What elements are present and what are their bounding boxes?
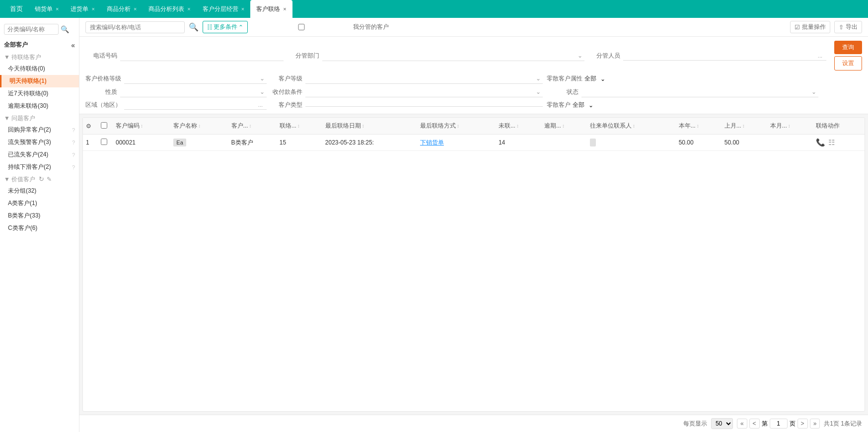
total-info: 共1页 1条记录 (824, 420, 862, 428)
payment-select[interactable]: ⌄ (305, 87, 543, 97)
col-action: 联络动作 (813, 118, 865, 135)
query-button[interactable]: 查询 (834, 41, 862, 54)
close-analysis-list-tab[interactable]: × (187, 6, 190, 12)
nav-customer-contact[interactable]: 客户联络 × (250, 0, 292, 18)
scatter-customer-field: 零散客户 全部 ⌄ (547, 101, 819, 109)
close-customer-contact-tab[interactable]: × (283, 6, 286, 12)
sidebar-item-class-a[interactable]: A类客户(1) (0, 197, 79, 210)
customer-level-select[interactable]: ⌄ (305, 73, 543, 84)
nav-analysis-list[interactable]: 商品分析列表 × (143, 0, 196, 18)
status-select[interactable]: ⌄ (581, 87, 819, 97)
sidebar-item-tomorrow[interactable]: 明天待联络(1) (0, 75, 79, 87)
last-contact-method-link[interactable]: 下销货单 (420, 139, 444, 146)
nav-sales[interactable]: 销货单 × (29, 0, 65, 18)
region-select[interactable]: ... (124, 100, 267, 110)
filter-panel: 电话号码 分管部门 ⌄ 分管人员 ... (79, 37, 868, 114)
page-size-select[interactable]: 50 (711, 418, 733, 429)
scatter-attr-field: 零散客户属性 全部 ⌄ (547, 74, 819, 83)
nav-customer-tier[interactable]: 客户分层经营 × (197, 0, 250, 18)
col-last-month[interactable]: 上月...↕ (722, 118, 767, 135)
sidebar-item-declining[interactable]: 持续下滑客户(2) ? (0, 161, 79, 173)
col-last-contact-date[interactable]: 最后联络日期↕ (322, 118, 417, 135)
sidebar-search-icon[interactable]: 🔍 (61, 25, 69, 33)
export-button[interactable]: ⇧ 导出 (834, 21, 862, 33)
help-icon-lost-risk: ? (72, 140, 75, 145)
problem-group-title: ▼ 问题客户 (0, 112, 79, 124)
col-code[interactable]: 客户编码↕ (113, 118, 170, 135)
action-phone-icon[interactable]: 📞 (816, 138, 825, 147)
col-this-year[interactable]: 本年...↕ (676, 118, 722, 135)
sidebar-item-class-c[interactable]: C类客户(6) (0, 222, 79, 234)
sidebar-item-week[interactable]: 近7天待联络(0) (0, 87, 79, 100)
edit-icon[interactable]: ✎ (47, 176, 52, 183)
col-name[interactable]: 客户名称↕ (170, 118, 228, 135)
export-icon: ⇧ (839, 24, 844, 31)
triangle-icon-2: ▼ (4, 115, 10, 122)
action-grid-icon[interactable]: ☷ (828, 138, 835, 147)
col-unit-contact[interactable]: 往来单位联系人↕ (587, 118, 676, 135)
col-type[interactable]: 客户...↕ (228, 118, 277, 135)
cell-code: 000021 (113, 135, 170, 151)
help-icon-lost: ? (72, 152, 75, 158)
row-checkbox[interactable] (101, 139, 107, 145)
data-table-area: ⚙ 客户编码↕ 客户名称↕ 客户...↕ 联络...↕ 最后联络日期↕ 最后联络… (82, 117, 865, 412)
phone-input[interactable] (120, 51, 284, 61)
close-analysis-tab[interactable]: × (134, 6, 137, 12)
first-page-button[interactable]: « (737, 419, 747, 429)
prev-page-button[interactable]: < (749, 419, 760, 429)
main-layout: 🔍 全部客户 « ▼ 待联络客户 今天待联络(0) 明天待联络(1) 近7天待联… (0, 18, 868, 432)
phone-field: 电话号码 (85, 51, 284, 61)
customer-type-select[interactable] (305, 103, 543, 107)
dept-select[interactable]: ⌄ (322, 51, 584, 61)
sidebar-search-input[interactable] (4, 24, 59, 35)
col-checkbox (98, 118, 113, 135)
chevron-down-icon-4[interactable]: ⌄ (600, 75, 605, 82)
col-overdue[interactable]: 逾期...↕ (541, 118, 587, 135)
close-purchase-tab[interactable]: × (91, 6, 94, 12)
search-bar: 🔍 ☷ 更多条件 ⌃ 我分管的客户 ☑ 批量操作 ⇧ 导出 (79, 18, 868, 37)
nav-purchase[interactable]: 进货单 × (65, 0, 100, 18)
nav-analysis[interactable]: 商品分析 × (101, 0, 143, 18)
manager-select[interactable]: ... (623, 51, 826, 61)
col-settings[interactable]: ⚙ (83, 118, 98, 135)
nature-select[interactable]: ⌄ (120, 87, 267, 97)
more-icon[interactable]: ... (816, 53, 824, 59)
price-level-select[interactable]: ⌄ (124, 73, 267, 84)
batch-operation-button[interactable]: ☑ 批量操作 (790, 21, 830, 33)
more-icon-2[interactable]: ... (256, 102, 265, 108)
search-button[interactable]: 🔍 (189, 22, 199, 32)
more-filter-button[interactable]: ☷ 更多条件 ⌃ (203, 21, 248, 33)
sidebar-item-class-b[interactable]: B类客户(33) (0, 210, 79, 222)
close-customer-tier-tab[interactable]: × (241, 6, 244, 12)
my-customer-checkbox[interactable]: 我分管的客户 (252, 23, 389, 31)
sidebar-item-rebuy-abnormal[interactable]: 回购异常客户(2) ? (0, 124, 79, 136)
my-customer-checkbox-input[interactable] (252, 24, 351, 30)
last-page-button[interactable]: » (810, 419, 820, 429)
sidebar-item-ungrouped[interactable]: 未分组(32) (0, 185, 79, 197)
search-input[interactable] (85, 21, 185, 33)
all-customers-title[interactable]: 全部客户 « (0, 39, 79, 51)
sidebar-item-lost[interactable]: 已流失客户(24) ? (0, 148, 79, 161)
page-number-input[interactable] (770, 419, 788, 429)
sidebar-item-lost-risk[interactable]: 流失预警客户(3) ? (0, 136, 79, 148)
payment-field: 收付款条件 ⌄ (271, 87, 543, 97)
refresh-icon[interactable]: ↻ (39, 175, 44, 183)
col-no-contact[interactable]: 未联...↕ (496, 118, 541, 135)
sidebar-item-overdue[interactable]: 逾期未联络(30) (0, 100, 79, 112)
col-last-contact-method[interactable]: 最后联络方式↕ (417, 118, 496, 135)
cell-contacts: 15 (277, 135, 322, 151)
select-all-checkbox[interactable] (101, 122, 107, 129)
cell-seq: 1 (83, 135, 98, 151)
col-contacts[interactable]: 联络...↕ (277, 118, 322, 135)
manager-field: 分管人员 ... (588, 51, 826, 61)
settings-button[interactable]: 设置 (834, 56, 862, 71)
chevron-down-icon: ⌄ (578, 52, 582, 59)
filter-row-4: 区域（地区） ... 客户类型 零散客户 全部 ⌄ (85, 100, 862, 110)
close-sales-tab[interactable]: × (56, 6, 59, 12)
content-area: 🔍 ☷ 更多条件 ⌃ 我分管的客户 ☑ 批量操作 ⇧ 导出 (79, 18, 868, 432)
sidebar-item-today[interactable]: 今天待联络(0) (0, 63, 79, 75)
nav-home[interactable]: 首页 (4, 0, 29, 18)
chevron-down-icon-9[interactable]: ⌄ (588, 102, 593, 109)
col-this-month[interactable]: 本月...↕ (767, 118, 813, 135)
next-page-button[interactable]: > (797, 419, 808, 429)
